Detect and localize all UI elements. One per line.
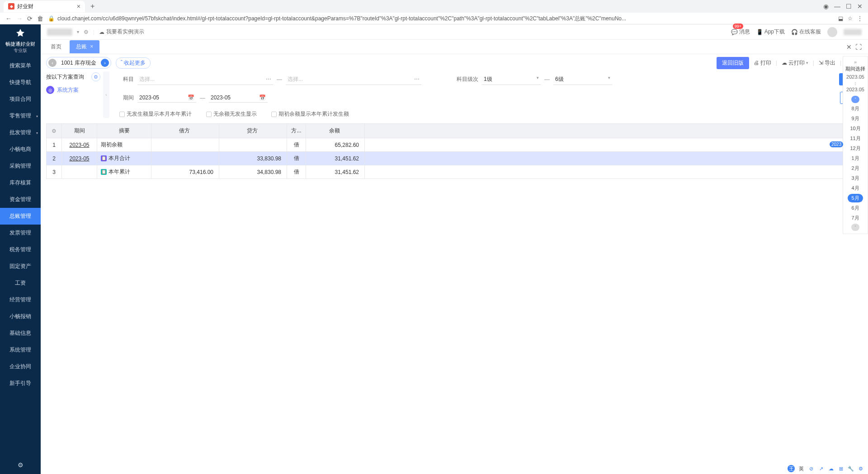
month-option[interactable]: 11月: [847, 134, 863, 143]
level-from-select[interactable]: 1级▾: [482, 74, 541, 85]
tab-home[interactable]: 首页: [44, 40, 68, 53]
table-row[interactable]: 22023-05📋本月合计33,830.98借31,451.62: [47, 152, 863, 165]
old-version-button[interactable]: 退回旧版: [717, 57, 749, 69]
demo-link[interactable]: ☁ 我要看实例演示: [99, 28, 144, 36]
filter-checkbox-0[interactable]: 无发生额显示本月本年累计: [119, 110, 192, 118]
chevron-down-icon[interactable]: ▾: [77, 29, 79, 34]
cloud-print-button[interactable]: ☁云打印 ▾: [782, 59, 808, 67]
ime-lang[interactable]: 英: [797, 465, 805, 472]
tray-icon-5[interactable]: 🔧: [847, 465, 854, 472]
sidebar-item-11[interactable]: 税务管理: [0, 241, 41, 258]
tray-icon-4[interactable]: ⊞: [837, 465, 844, 472]
account-icon[interactable]: ◉: [823, 3, 829, 10]
print-button[interactable]: 🖨打印: [754, 59, 771, 67]
period-link[interactable]: 2023-05: [69, 155, 89, 162]
browser-tab[interactable]: ◆ 好业财 ×: [4, 1, 85, 12]
month-option[interactable]: 10月: [847, 124, 863, 133]
install-icon[interactable]: ⬓: [838, 15, 843, 22]
sidebar-item-17[interactable]: 系统管理: [0, 342, 41, 358]
app-download-button[interactable]: 📱 App下载: [756, 28, 785, 36]
star-icon[interactable]: ☆: [848, 15, 853, 22]
subject-from-select[interactable]: 选择...⋯: [137, 74, 273, 85]
sidebar-item-15[interactable]: 小畅报销: [0, 308, 41, 325]
forward-icon[interactable]: →: [16, 15, 23, 22]
url-input[interactable]: 🔒 cloud.chanjet.com/cc/u6d89qwnryel/57bf…: [48, 15, 834, 23]
sidebar-item-4[interactable]: 批发管理▾: [0, 124, 41, 141]
new-tab-button[interactable]: +: [87, 0, 98, 12]
menu-icon[interactable]: ⋮: [857, 15, 863, 22]
month-option[interactable]: 4月: [849, 184, 862, 192]
reload-icon[interactable]: ⟳: [27, 15, 33, 22]
next-account-icon[interactable]: ›: [101, 59, 109, 67]
cell-direction: 借: [287, 138, 306, 152]
month-option[interactable]: 5月: [848, 194, 863, 202]
period-range-to: 2023.05: [846, 87, 864, 92]
table-row[interactable]: 3📋本年累计73,416.0034,830.98借31,451.62: [47, 165, 863, 179]
month-option[interactable]: 8月: [849, 104, 862, 113]
sidebar-settings-icon[interactable]: ⚙: [0, 456, 41, 474]
back-icon[interactable]: ←: [5, 15, 12, 22]
export-button[interactable]: ⇲导出: [819, 59, 835, 67]
delete-icon[interactable]: 🗑: [37, 15, 43, 22]
sidebar-item-9[interactable]: 总账管理: [0, 208, 41, 225]
month-option[interactable]: 2月: [849, 164, 862, 173]
filter-checkbox-2[interactable]: 期初余额显示本年累计发生额: [271, 110, 349, 118]
sidebar-item-6[interactable]: 采购管理: [0, 158, 41, 174]
month-option[interactable]: 12月: [847, 144, 863, 153]
prev-account-icon[interactable]: ‹: [48, 59, 57, 67]
sidebar-item-14[interactable]: 经营管理: [0, 291, 41, 308]
scheme-settings-icon[interactable]: ⚙: [91, 72, 100, 81]
subject-to-select[interactable]: 选择...⋯: [286, 74, 421, 85]
sidebar-item-2[interactable]: 项目合同: [0, 91, 41, 108]
month-option[interactable]: 7月: [849, 214, 862, 222]
system-scheme[interactable]: ◎ 系统方案: [46, 86, 100, 94]
minimize-icon[interactable]: —: [834, 3, 840, 10]
tab-ledger[interactable]: 总账 ×: [70, 40, 99, 53]
table-row[interactable]: 12023-05期初余额借65,282.60: [47, 138, 863, 152]
header-settings[interactable]: ⚙: [47, 124, 62, 138]
sidebar-item-8[interactable]: 资金管理: [0, 191, 41, 208]
checkbox-label: 无发生额显示本月本年累计: [127, 110, 192, 118]
sidebar-item-7[interactable]: 库存核算: [0, 174, 41, 191]
scroll-up-icon[interactable]: ˆ: [851, 96, 859, 103]
sidebar-item-0[interactable]: 搜索菜单: [0, 57, 41, 74]
message-button[interactable]: 99+ 💬 消息: [731, 28, 750, 36]
close-window-icon[interactable]: ✕: [857, 3, 863, 10]
period-to-input[interactable]: 2023-05📅: [209, 93, 268, 103]
customer-service-button[interactable]: 🎧 在线客服: [791, 28, 821, 36]
fullscreen-icon[interactable]: ⛶: [855, 43, 862, 51]
month-option[interactable]: 3月: [849, 174, 862, 183]
month-option[interactable]: 6月: [849, 204, 862, 212]
avatar[interactable]: [827, 27, 837, 37]
close-icon[interactable]: ×: [77, 3, 80, 10]
month-option[interactable]: 9月: [849, 114, 862, 123]
sidebar-item-1[interactable]: 快捷导航: [0, 74, 41, 91]
tray-icon-1[interactable]: ⊘: [807, 465, 815, 472]
collapse-schemes-button[interactable]: ‹: [103, 71, 109, 118]
month-option[interactable]: 1月: [849, 154, 862, 163]
close-all-icon[interactable]: ✕: [846, 43, 852, 51]
sidebar-item-18[interactable]: 企业协同: [0, 358, 41, 375]
sidebar-item-13[interactable]: 工资: [0, 275, 41, 291]
tray-icon-3[interactable]: ☁: [827, 465, 835, 472]
filter-checkbox-1[interactable]: 无余额无发生显示: [206, 110, 257, 118]
level-to-select[interactable]: 6级▾: [553, 74, 612, 85]
sidebar-item-10[interactable]: 发票管理: [0, 225, 41, 241]
sidebar-item-16[interactable]: 基础信息: [0, 325, 41, 342]
sidebar-item-12[interactable]: 固定资产: [0, 258, 41, 275]
period-link[interactable]: 2023-05: [69, 142, 89, 148]
tray-icon-2[interactable]: ↗: [817, 465, 825, 472]
tray-icon-6[interactable]: ⚙: [857, 465, 864, 472]
sidebar-item-5[interactable]: 小畅电商: [0, 141, 41, 158]
sidebar-item-3[interactable]: 零售管理▾: [0, 108, 41, 124]
collapse-more-button[interactable]: ˆ 收起更多: [116, 57, 151, 69]
ime-icon[interactable]: 王: [788, 465, 795, 472]
sidebar-item-19[interactable]: 新手引导: [0, 375, 41, 392]
maximize-icon[interactable]: ☐: [846, 3, 852, 10]
period-from-input[interactable]: 2023-05📅: [137, 93, 196, 103]
account-selector[interactable]: ‹ 1001 库存现金 ›: [46, 57, 111, 69]
scroll-down-icon[interactable]: ˇ: [851, 224, 859, 231]
close-tab-icon[interactable]: ×: [90, 43, 93, 50]
hide-panel-icon[interactable]: »: [854, 59, 857, 65]
gear-icon[interactable]: ⚙: [84, 29, 89, 35]
